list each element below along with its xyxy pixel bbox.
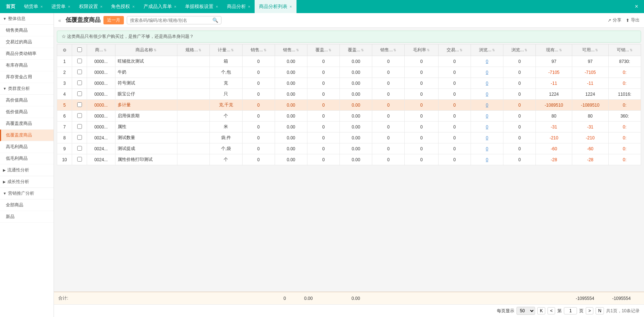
row-transactions: 0 xyxy=(438,111,471,122)
nav-tab-sales[interactable]: 销货单 × xyxy=(20,0,47,13)
sidebar-item-traded-products[interactable]: 交易过的商品 xyxy=(0,36,54,48)
sidebar-item-sales-products[interactable]: 销售类商品 xyxy=(0,25,54,36)
page-number-input[interactable] xyxy=(564,307,577,314)
sidebar-section-marketing[interactable]: ▼ 营销推广分析 xyxy=(0,188,54,199)
nav-tab-template-settings[interactable]: 单据模板设置 × xyxy=(181,0,222,13)
close-analysis-tab[interactable]: × xyxy=(248,4,250,9)
row-views1[interactable]: 0 xyxy=(471,89,503,100)
first-page-btn[interactable]: K xyxy=(537,307,545,314)
nav-tab-finished-goods[interactable]: 产成品入库单 × xyxy=(139,0,181,13)
sidebar-item-inventory-capital[interactable]: 库存资金占用 xyxy=(0,71,54,83)
close-all-tabs[interactable]: × xyxy=(631,3,643,10)
row-checkbox[interactable] xyxy=(72,100,87,111)
row-views1[interactable]: 0 xyxy=(471,56,503,67)
close-sales-tab[interactable]: × xyxy=(40,4,43,9)
close-purchase-tab[interactable]: × xyxy=(68,4,70,9)
close-permissions-tab[interactable]: × xyxy=(100,4,102,9)
table-wrapper[interactable]: ⚙ 商...⇅ 商品名称⇅ 规格...⇅ 计量...⇅ 销售...⇅ 销售...… xyxy=(54,44,644,292)
row-checkbox[interactable] xyxy=(72,56,87,67)
row-views1[interactable]: 0 xyxy=(471,67,503,78)
search-icon[interactable]: 🔍 xyxy=(212,17,218,23)
close-roles-tab[interactable]: × xyxy=(132,4,134,9)
next-page-btn[interactable]: > xyxy=(586,307,593,314)
settings-icon[interactable]: ⚙ xyxy=(63,48,67,53)
col-sellable[interactable]: 可销...⇅ xyxy=(608,44,641,56)
nav-tab-roles[interactable]: 角色授权 × xyxy=(107,0,139,13)
page-size-select[interactable]: 50 100 200 xyxy=(517,307,535,315)
col-spec[interactable]: 规格...⇅ xyxy=(177,44,210,56)
row-views1[interactable]: 0 xyxy=(471,154,503,165)
col-current-stock[interactable]: 现有...⇅ xyxy=(536,44,572,56)
row-sellable: 0: xyxy=(608,154,641,165)
search-input[interactable] xyxy=(130,18,212,23)
row-margin: 0 xyxy=(405,111,438,122)
sidebar-item-low-value[interactable]: 低价值商品 xyxy=(0,106,54,118)
row-checkbox[interactable] xyxy=(72,132,87,143)
prev-page-btn[interactable]: < xyxy=(547,307,555,314)
row-checkbox[interactable] xyxy=(72,67,87,78)
sidebar-item-low-coverage[interactable]: 低覆盖度商品 xyxy=(0,130,54,141)
sidebar-item-low-profit[interactable]: 低毛利商品 xyxy=(0,153,54,165)
row-name: 符号测试 xyxy=(115,78,177,89)
sidebar-item-category-rate[interactable]: 商品分类动销率 xyxy=(0,48,54,60)
col-name[interactable]: 商品名称⇅ xyxy=(115,44,177,56)
select-all-checkbox[interactable] xyxy=(77,47,82,52)
close-finished-goods-tab[interactable]: × xyxy=(174,4,176,9)
nav-tab-permissions[interactable]: 权限设置 × xyxy=(75,0,107,13)
col-unit[interactable]: 计量...⇅ xyxy=(210,44,242,56)
nav-tab-purchase[interactable]: 进货单 × xyxy=(47,0,74,13)
col-views2[interactable]: 浏览...⇅ xyxy=(503,44,536,56)
row-views1[interactable]: 0 xyxy=(471,111,503,122)
sidebar-item-new-products[interactable]: 新品 xyxy=(0,211,54,223)
row-sellable: 0: xyxy=(608,67,641,78)
col-coverage2[interactable]: 覆盖...⇅ xyxy=(340,44,372,56)
last-page-btn[interactable]: N xyxy=(596,307,604,314)
sidebar-section-liquidity[interactable]: ▶ 流通性分析 xyxy=(0,165,54,176)
sidebar-item-high-profit[interactable]: 高毛利商品 xyxy=(0,141,54,153)
sidebar-section-overall[interactable]: ▼ 整体信息 xyxy=(0,13,54,25)
sidebar-item-high-coverage[interactable]: 高覆盖度商品 xyxy=(0,118,54,130)
row-margin: 0 xyxy=(405,100,438,111)
row-checkbox[interactable] xyxy=(72,111,87,122)
close-analysis-list-tab[interactable]: × xyxy=(290,4,292,9)
sidebar-item-all-products[interactable]: 全部商品 xyxy=(0,199,54,211)
col-coverage1[interactable]: 覆盖...⇅ xyxy=(307,44,339,56)
row-sales-qty: 0 xyxy=(242,89,275,100)
col-margin[interactable]: 毛利率⇅ xyxy=(405,44,438,56)
row-checkbox[interactable] xyxy=(72,89,87,100)
row-views1[interactable]: 0 xyxy=(471,122,503,132)
sidebar-item-in-stock[interactable]: 有库存商品 xyxy=(0,60,54,71)
col-sales-days[interactable]: 销售...⇅ xyxy=(372,44,405,56)
row-views1[interactable]: 0 xyxy=(471,132,503,143)
col-views1[interactable]: 浏览...⇅ xyxy=(471,44,503,56)
nav-tab-home[interactable]: 首页 xyxy=(1,0,20,13)
nav-tab-product-analysis[interactable]: 商品分析 × xyxy=(223,0,255,13)
row-checkbox[interactable] xyxy=(72,122,87,132)
period-button[interactable]: 近一月 xyxy=(103,16,124,24)
sidebar-section-group-analysis[interactable]: ▼ 类群度分析 xyxy=(0,83,54,95)
col-available-stock[interactable]: 可用...⇅ xyxy=(572,44,609,56)
col-settings[interactable]: ⚙ xyxy=(57,44,72,56)
col-sales-amount[interactable]: 销售...⇅ xyxy=(275,44,307,56)
col-sales-qty[interactable]: 销售...⇅ xyxy=(242,44,275,56)
col-code[interactable]: 商...⇅ xyxy=(87,44,115,56)
row-views1[interactable]: 0 xyxy=(471,143,503,154)
row-checkbox[interactable] xyxy=(72,143,87,154)
sidebar-item-high-value[interactable]: 高价值商品 xyxy=(0,95,54,106)
share-button[interactable]: ↗ 分享 xyxy=(608,17,621,23)
row-checkbox[interactable] xyxy=(72,78,87,89)
row-code: 0000... xyxy=(87,100,115,111)
close-template-tab[interactable]: × xyxy=(216,4,218,9)
export-button[interactable]: ⬆ 导出 xyxy=(626,17,640,23)
row-code: 0024... xyxy=(87,132,115,143)
row-checkbox[interactable] xyxy=(72,154,87,165)
row-views1[interactable]: 0 xyxy=(471,78,503,89)
row-available-stock: -60 xyxy=(572,143,609,154)
col-transactions[interactable]: 交易...⇅ xyxy=(438,44,471,56)
row-sales-amount: 0.00 xyxy=(275,154,307,165)
sidebar-section-growth[interactable]: ▶ 成长性分析 xyxy=(0,176,54,188)
sort-margin-icon: ⇅ xyxy=(427,48,430,52)
nav-tab-analysis-list[interactable]: 商品分析列表 × xyxy=(255,0,296,13)
row-views1[interactable]: 0 xyxy=(471,100,503,111)
collapse-sidebar-btn[interactable]: « xyxy=(58,17,61,23)
